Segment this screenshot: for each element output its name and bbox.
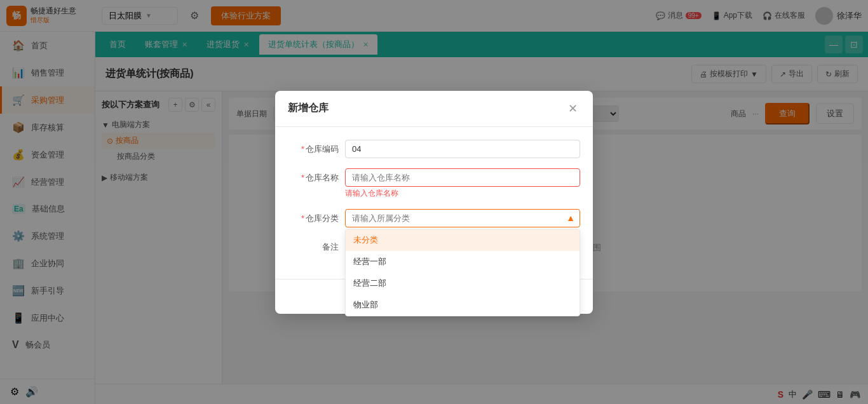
dropdown-item-dept1[interactable]: 经营一部 (346, 251, 580, 273)
form-row-name: 仓库名称 请输入仓库名称 (288, 168, 580, 199)
chevron-up-icon[interactable]: ▲ (566, 213, 575, 223)
modal-close-button[interactable]: ✕ (565, 101, 580, 116)
category-input-group: ▲ (345, 209, 580, 227)
name-error-msg: 请输入仓库名称 (345, 188, 580, 199)
modal-title: 新增仓库 (288, 102, 329, 115)
category-label: 仓库分类 (288, 209, 339, 224)
dropdown-item-dept2[interactable]: 经营二部 (346, 273, 580, 294)
category-input[interactable] (345, 209, 580, 227)
modal-overlay: 新增仓库 ✕ 仓库编码 仓库名称 请输入仓库名称 仓库分类 (0, 0, 868, 404)
dropdown-item-uncategorized[interactable]: 未分类 (346, 229, 580, 251)
form-row-code: 仓库编码 (288, 140, 580, 158)
notes-label: 备注 (288, 238, 339, 253)
modal-header: 新增仓库 ✕ (275, 91, 593, 127)
name-input[interactable] (345, 168, 580, 187)
name-wrapper: 请输入仓库名称 (345, 168, 580, 199)
form-row-category: 仓库分类 ▲ 未分类 经营一部 经营二部 物业部 (288, 209, 580, 227)
code-label: 仓库编码 (288, 140, 339, 155)
category-wrapper: ▲ 未分类 经营一部 经营二部 物业部 (345, 209, 580, 227)
code-input[interactable] (345, 140, 580, 158)
code-wrapper (345, 140, 580, 158)
name-label: 仓库名称 (288, 168, 339, 184)
category-dropdown: 未分类 经营一部 经营二部 物业部 (345, 229, 580, 316)
add-warehouse-modal: 新增仓库 ✕ 仓库编码 仓库名称 请输入仓库名称 仓库分类 (275, 91, 593, 314)
dropdown-item-dept3[interactable]: 物业部 (346, 294, 580, 316)
modal-body: 仓库编码 仓库名称 请输入仓库名称 仓库分类 ▲ (275, 127, 593, 279)
